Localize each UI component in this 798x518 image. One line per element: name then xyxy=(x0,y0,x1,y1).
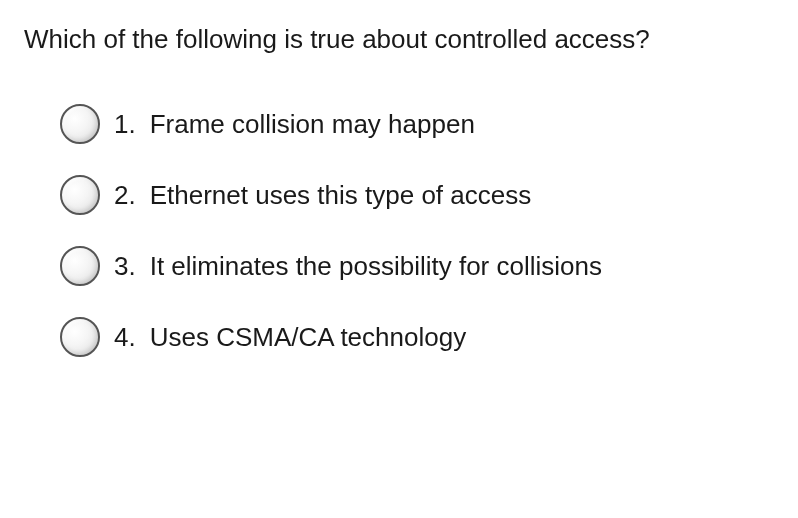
radio-button-1[interactable] xyxy=(60,104,100,144)
option-row: 1. Frame collision may happen xyxy=(60,107,774,144)
option-text: Uses CSMA/CA technology xyxy=(150,320,466,355)
option-number: 3. xyxy=(114,249,136,284)
option-text: Ethernet uses this type of access xyxy=(150,178,532,213)
option-row: 4. Uses CSMA/CA technology xyxy=(60,320,774,357)
radio-button-2[interactable] xyxy=(60,175,100,215)
radio-button-4[interactable] xyxy=(60,317,100,357)
radio-button-3[interactable] xyxy=(60,246,100,286)
option-number: 4. xyxy=(114,320,136,355)
option-row: 3. It eliminates the possibility for col… xyxy=(60,249,774,286)
option-number: 1. xyxy=(114,107,136,142)
question-text: Which of the following is true about con… xyxy=(24,20,774,59)
option-row: 2. Ethernet uses this type of access xyxy=(60,178,774,215)
option-number: 2. xyxy=(114,178,136,213)
option-text: It eliminates the possibility for collis… xyxy=(150,249,602,284)
option-text: Frame collision may happen xyxy=(150,107,475,142)
options-container: 1. Frame collision may happen 2. Etherne… xyxy=(24,107,774,357)
